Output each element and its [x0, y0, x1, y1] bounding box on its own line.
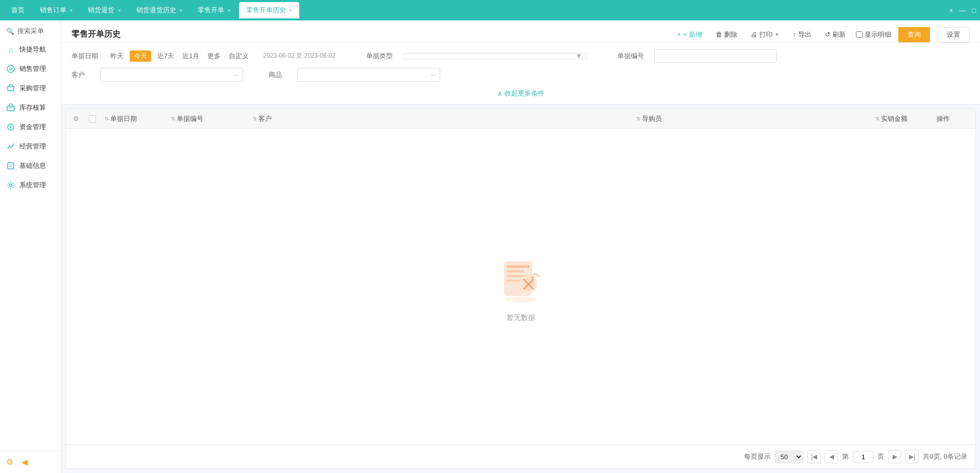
purchase-icon [6, 84, 15, 93]
customer-input[interactable] [100, 68, 243, 82]
sidebar-item-label: 经营管理 [19, 142, 46, 151]
tab-sales-return-label: 销货退货 [88, 6, 114, 15]
refresh-button[interactable]: ↺ 刷新 [822, 28, 849, 41]
sidebar-item-label: 基础信息 [19, 161, 46, 170]
sidebar-item-system[interactable]: 系统管理 [0, 176, 61, 195]
plus-icon: + [677, 31, 681, 38]
doc-num-input[interactable] [654, 49, 777, 63]
query-button[interactable]: 查询 [898, 27, 930, 42]
date-opt-yesterday[interactable]: 昨天 [108, 51, 126, 62]
filter-collapse-btn[interactable]: ∧ 收起更多条件 [71, 87, 970, 100]
header-checkbox[interactable] [89, 115, 96, 122]
th-num-sort-icon[interactable]: ⇅ [171, 116, 175, 121]
settings-bottom-icon[interactable]: ⚙ [6, 457, 13, 467]
tab-sales-return[interactable]: 销货退货 × [81, 2, 128, 18]
nav-close-btn[interactable]: × [949, 7, 953, 14]
tab-sales-order-close[interactable]: × [69, 7, 73, 13]
date-opt-more[interactable]: 更多 [205, 51, 223, 62]
sidebar-item-purchase[interactable]: 采购管理 [0, 79, 61, 98]
collapse-sidebar-icon[interactable]: ◀ [21, 457, 28, 467]
prev-page-btn[interactable]: ◀ [825, 450, 838, 463]
collapse-icon: ∧ [497, 90, 503, 97]
th-salesperson-sort-icon[interactable]: ⇅ [636, 116, 640, 121]
print-arrow-icon: ▼ [775, 32, 780, 37]
print-button[interactable]: 🖨 打印 ▼ [748, 28, 783, 41]
tab-sales-return-history[interactable]: 销货退货历史 × [129, 2, 189, 18]
customer-wrap: ··· [100, 68, 243, 82]
sidebar-item-label: 快捷导航 [19, 45, 46, 54]
th-salesperson: ⇅ 导购员 [632, 114, 683, 123]
page-header: 零售开单历史 + + 新增 🗑 删除 🖨 打印 ▼ [61, 20, 980, 43]
goods-input[interactable] [297, 68, 440, 82]
print-icon: 🖨 [751, 31, 757, 38]
th-checkbox[interactable] [84, 115, 101, 122]
top-nav-right: × — □ [949, 7, 976, 14]
goods-dots-icon[interactable]: ··· [431, 71, 436, 79]
customer-dots-icon[interactable]: ··· [233, 71, 239, 79]
th-amount-sort-icon[interactable]: ⇅ [875, 116, 879, 121]
page-number-input[interactable] [853, 451, 873, 463]
date-opt-today[interactable]: 今天 [130, 51, 151, 62]
new-button[interactable]: + + 新增 [674, 28, 705, 41]
sidebar-item-inventory[interactable]: 库存核算 [0, 98, 61, 117]
nav-tabs: 首页 销售订单 × 销货退货 × 销货退货历史 × 零售开单 × 零售开单历史 … [4, 2, 949, 18]
export-label: 导出 [798, 30, 811, 39]
doc-type-arrow-icon: ▼ [576, 52, 582, 60]
date-opt-1month[interactable]: 近1月 [180, 51, 201, 62]
svg-rect-4 [8, 163, 14, 169]
tab-retail-open-close[interactable]: × [227, 7, 230, 13]
sidebar-item-quick-nav[interactable]: ⌂ 快捷导航 [0, 40, 61, 59]
sidebar-item-sales[interactable]: 销售管理 [0, 59, 61, 79]
first-page-btn[interactable]: |◀ [807, 450, 821, 463]
date-range-display: 2023-06-02 至 2023-06-02 [263, 52, 335, 60]
page-size-select[interactable]: 50 10 20 100 [775, 451, 803, 463]
tab-sales-return-history-label: 销货退货历史 [136, 6, 176, 15]
date-opt-7days[interactable]: 近7天 [155, 51, 176, 62]
th-date-label: 单据日期 [110, 114, 137, 123]
refresh-label: 刷新 [832, 30, 846, 39]
sidebar: 🔍 搜索采单 ⌂ 快捷导航 销售管理 采购管理 [0, 20, 61, 473]
sidebar-bottom: ⚙ ◀ [0, 451, 61, 473]
tab-retail-history-close[interactable]: × [289, 7, 292, 13]
doc-type-label: 单据类型 [366, 52, 393, 61]
table-area: ⚙ ⇅ 单据日期 ⇅ 单据编号 ⇅ 客户 [65, 109, 976, 469]
tab-sales-return-close[interactable]: × [117, 7, 121, 13]
svg-rect-9 [507, 270, 524, 272]
display-detail-check[interactable] [856, 31, 863, 38]
system-icon [6, 181, 15, 190]
empty-text: 暂无数据 [507, 313, 535, 322]
th-date-sort-icon[interactable]: ⇅ [105, 116, 109, 121]
total-info: 共0页, 0条记录 [923, 452, 967, 461]
next-page-btn[interactable]: ▶ [888, 450, 901, 463]
nav-maximize-btn[interactable]: □ [972, 7, 976, 14]
tab-retail-open[interactable]: 零售开单 × [190, 2, 237, 18]
sidebar-item-finance[interactable]: 资金管理 [0, 117, 61, 137]
display-detail-checkbox[interactable]: 显示明细 [856, 30, 891, 39]
base-info-icon [6, 161, 15, 170]
tab-home[interactable]: 首页 [4, 2, 32, 18]
sidebar-item-base-info[interactable]: 基础信息 [0, 156, 61, 176]
th-amount: ⇅ 实销金额 [871, 114, 933, 123]
th-settings-icon[interactable]: ⚙ [68, 115, 84, 122]
tab-sales-return-history-close[interactable]: × [179, 7, 182, 13]
th-customer-sort-icon[interactable]: ⇅ [253, 116, 257, 121]
sidebar-item-label: 系统管理 [19, 181, 46, 190]
th-action: 操作 [933, 114, 973, 123]
sidebar-item-operations[interactable]: 经营管理 [0, 137, 61, 156]
delete-button[interactable]: 🗑 删除 [712, 28, 740, 41]
sidebar-search-label: 搜索采单 [17, 27, 44, 36]
svg-rect-1 [8, 86, 14, 91]
doc-type-select[interactable]: ▼ [403, 53, 587, 59]
last-page-btn[interactable]: ▶| [905, 450, 919, 463]
settings-button[interactable]: 设置 [937, 27, 970, 42]
page-title: 零售开单历史 [71, 29, 121, 40]
nav-minimize-btn[interactable]: — [959, 7, 966, 14]
toolbar: + + 新增 🗑 删除 🖨 打印 ▼ ↑ 导出 [674, 27, 970, 42]
inventory-icon [6, 103, 15, 112]
empty-illustration [493, 251, 549, 307]
sidebar-search[interactable]: 🔍 搜索采单 [0, 20, 61, 40]
tab-retail-history[interactable]: 零售开单历史 × [239, 2, 299, 18]
tab-sales-order[interactable]: 销售订单 × [33, 2, 80, 18]
date-opt-custom[interactable]: 自定义 [227, 51, 251, 62]
export-button[interactable]: ↑ 导出 [790, 28, 815, 41]
